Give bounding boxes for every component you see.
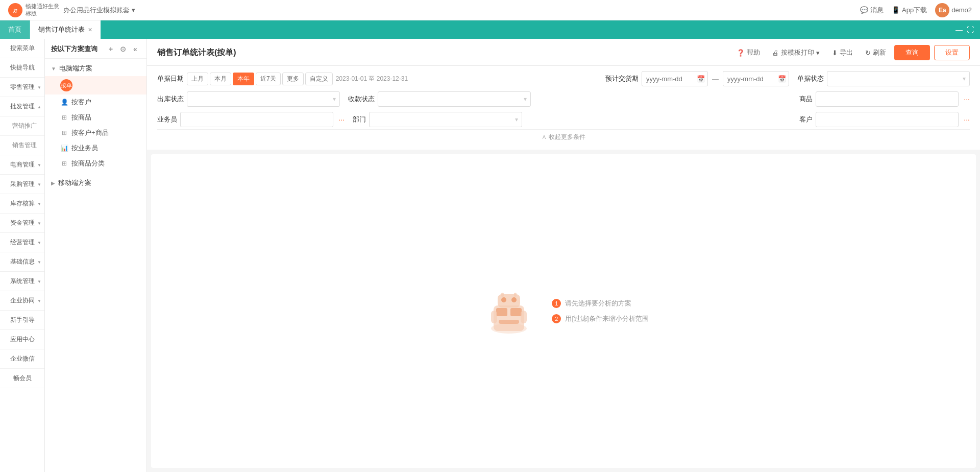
payment-status-label: 收款状态: [348, 95, 375, 104]
tab-close-icon[interactable]: ✕: [88, 27, 92, 33]
scheme-item-by-customer-goods[interactable]: ⊞ 按客户+商品: [45, 125, 146, 140]
collapse-arrow-icon: ∧: [542, 133, 547, 140]
bill-status-filter: 单据状态 ▾: [797, 71, 970, 86]
sidebar-item-wechat[interactable]: 企业微信: [0, 349, 44, 369]
empty-tips: 1 请先选择要分析的方案 2 用[过滤]条件来缩小分析范围: [552, 299, 648, 323]
date-btn-thismonth[interactable]: 本月: [210, 73, 231, 85]
sidebar-item-purchase[interactable]: 采购管理: [0, 175, 44, 194]
help-btn[interactable]: ❓ 帮助: [732, 46, 764, 59]
app-download-btn[interactable]: 📱 App下载: [892, 6, 927, 15]
edit-scheme-btn[interactable]: ⊙: [118, 44, 128, 54]
empty-tip-1: 1 请先选择要分析的方案: [552, 299, 648, 308]
expected-date-start: 📅: [642, 71, 708, 86]
empty-state: 1 请先选择要分析的方案 2 用[过滤]条件来缩小分析范围: [151, 154, 976, 468]
messages-btn[interactable]: 💬 消息: [860, 6, 884, 15]
left-panel-title: 按以下方案查询: [51, 44, 97, 54]
scheme-item-by-order[interactable]: 按单: [45, 76, 146, 95]
department-select[interactable]: [369, 112, 522, 127]
bill-status-select[interactable]: [827, 71, 970, 86]
window-controls: — ⛶: [949, 26, 980, 34]
page-title-row: 销售订单统计表(按单) ❓ 帮助 🖨 按模板打印 ▾ ⬇: [157, 45, 970, 60]
date-range-text: 2023-01-01 至 2023-12-31: [336, 75, 408, 83]
sidebar-item-operation[interactable]: 经营管理: [0, 233, 44, 252]
date-btn-lastmonth[interactable]: 上月: [187, 73, 208, 85]
svg-rect-9: [498, 294, 520, 308]
scheme-group-pc-header[interactable]: ▼ 电脑端方案: [45, 61, 146, 76]
breadcrumb[interactable]: 办公用品行业模拟账套 ▾: [63, 6, 135, 15]
department-select-wrap: ▾: [369, 112, 522, 127]
sidebar-item-ecommerce[interactable]: 电商管理: [0, 155, 44, 175]
tab-home[interactable]: 首页: [0, 20, 30, 39]
goods-more-btn[interactable]: ···: [964, 95, 970, 103]
settings-button[interactable]: 设置: [934, 45, 970, 60]
delivery-status-filter: 出库状态 ▾: [157, 91, 340, 107]
calendar-icon-start: 📅: [697, 75, 705, 83]
payment-status-select[interactable]: [378, 91, 531, 107]
sidebar-item-retail[interactable]: 零售管理: [0, 78, 44, 97]
salesman-icon: 📊: [60, 144, 68, 152]
customer-more-btn[interactable]: ···: [964, 115, 970, 124]
sidebar-item-enterprise[interactable]: 企业协同: [0, 291, 44, 311]
add-scheme-btn[interactable]: +: [106, 44, 116, 54]
scheme-item-by-category[interactable]: ⊞ 按商品分类: [45, 156, 146, 171]
svg-rect-6: [491, 311, 497, 323]
goods-label: 商品: [799, 95, 813, 104]
scheme-item-by-salesman[interactable]: 📊 按业务员: [45, 140, 146, 156]
expected-date-end: 📅: [723, 71, 789, 86]
scheme-item-by-customer[interactable]: 👤 按客户: [45, 95, 146, 110]
date-dash: —: [711, 75, 720, 83]
tab-sales-order-stats[interactable]: 销售订单统计表 ✕: [30, 20, 101, 39]
customer-input[interactable]: [816, 112, 959, 127]
sidebar-item-newguide[interactable]: 新手引导: [0, 311, 44, 330]
svg-rect-8: [499, 320, 519, 324]
sidebar-item-marketing[interactable]: 营销推广: [0, 116, 44, 136]
sidebar-item-base[interactable]: 基础信息: [0, 252, 44, 272]
date-btn-custom[interactable]: 自定义: [305, 73, 333, 85]
delivery-status-select[interactable]: [187, 91, 340, 107]
collapse-more-filters-btn[interactable]: ∧ 收起更多条件: [157, 129, 970, 145]
sidebar: 搜索菜单 快捷导航 零售管理 批发管理 营销推广 销售管理 电商管理 采购管理 …: [0, 39, 45, 472]
sidebar-item-appstore[interactable]: 应用中心: [0, 330, 44, 349]
sidebar-item-sales[interactable]: 销售管理: [0, 136, 44, 155]
export-btn[interactable]: ⬇ 导出: [828, 46, 857, 59]
date-btn-7days[interactable]: 近7天: [256, 73, 281, 85]
collapse-panel-btn[interactable]: «: [130, 44, 140, 54]
scheme-group-mobile: ▶ 移动端方案: [45, 173, 146, 193]
filter-row-2: 出库状态 ▾ 收款状态 ▾ 商品: [157, 91, 970, 107]
right-panel: 销售订单统计表(按单) ❓ 帮助 🖨 按模板打印 ▾ ⬇: [147, 39, 980, 472]
scheme-group-mobile-label: 移动端方案: [58, 178, 91, 187]
refresh-btn[interactable]: ↻ 刷新: [861, 46, 890, 59]
download-icon: 📱: [892, 6, 900, 14]
active-scheme-icon: 按单: [60, 79, 72, 91]
sidebar-item-quicknav[interactable]: 快捷导航: [0, 58, 44, 78]
sidebar-item-inventory[interactable]: 库存核算: [0, 194, 44, 214]
scheme-group-pc: ▼ 电脑端方案 按单 👤 按客户 ⊞ 按商品 ⊞ 按客户+商品: [45, 59, 146, 173]
salesman-more-btn[interactable]: ···: [338, 115, 345, 124]
sidebar-item-search[interactable]: 搜索菜单: [0, 39, 44, 58]
goods-filter: 商品 ···: [799, 91, 970, 107]
svg-rect-5: [510, 308, 522, 316]
salesman-input[interactable]: [180, 112, 333, 127]
sidebar-item-finance[interactable]: 资金管理: [0, 214, 44, 233]
template-print-btn[interactable]: 🖨 按模板打印 ▾: [768, 46, 824, 59]
bill-status-select-wrap: ▾: [827, 71, 970, 86]
scheme-group-mobile-header[interactable]: ▶ 移动端方案: [45, 175, 146, 191]
sidebar-item-wholesale[interactable]: 批发管理: [0, 97, 44, 116]
date-btn-thisyear[interactable]: 本年: [233, 73, 254, 85]
goods-input[interactable]: [816, 91, 959, 107]
svg-point-10: [501, 297, 506, 302]
maximize-icon[interactable]: ⛶: [967, 26, 974, 34]
user-area[interactable]: Ea demo2: [935, 3, 972, 17]
minimize-icon[interactable]: —: [955, 26, 963, 34]
customer-filter: 客户 ···: [799, 112, 970, 127]
date-btn-more[interactable]: 更多: [282, 73, 304, 85]
sidebar-item-system[interactable]: 系统管理: [0, 272, 44, 291]
sidebar-item-member[interactable]: 畅会员: [0, 369, 44, 388]
tip-num-2: 2: [552, 314, 561, 323]
empty-tip-2-text: 用[过滤]条件来缩小分析范围: [565, 314, 648, 323]
calendar-icon-end: 📅: [778, 75, 786, 83]
empty-svg: [478, 280, 540, 341]
query-button[interactable]: 查询: [894, 45, 930, 60]
logo-icon: 好: [8, 3, 22, 17]
scheme-item-by-goods[interactable]: ⊞ 按商品: [45, 110, 146, 125]
